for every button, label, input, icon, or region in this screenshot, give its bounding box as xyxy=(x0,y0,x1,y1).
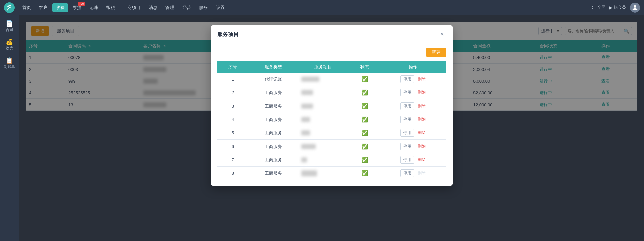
scell-item: XXXXX xyxy=(298,140,349,153)
fee-icon: 💰 xyxy=(6,39,13,45)
scell-action: 停用 删除 xyxy=(380,73,446,86)
nav-xiaoxi[interactable]: 消息 xyxy=(145,3,161,12)
service-table-row: 6 工商服务 XXXXX ✅ 停用 删除 xyxy=(217,140,446,153)
sidebar-item-shoufei[interactable]: 💰 收费 xyxy=(1,36,17,53)
scell-type: 工商服务 xyxy=(249,140,298,153)
scell-status: ✅ xyxy=(349,167,380,180)
service-header-row: 序号 服务类型 服务项目 状态 操作 xyxy=(217,61,446,73)
status-check-icon: ✅ xyxy=(361,144,368,149)
status-check-icon: ✅ xyxy=(361,90,368,95)
delete-button[interactable]: 删除 xyxy=(418,144,426,149)
scell-type: 工商服务 xyxy=(249,86,298,99)
nav-guanli[interactable]: 管理 xyxy=(162,3,178,12)
modal-overlay: 服务项目 × 新建 序号 服务类型 服务项目 状态 xyxy=(19,15,644,241)
stop-button[interactable]: 停用 xyxy=(400,75,414,83)
app-logo[interactable] xyxy=(4,2,15,13)
scell-status: ✅ xyxy=(349,113,380,126)
scell-seq: 2 xyxy=(217,86,249,99)
status-check-icon: ✅ xyxy=(361,76,368,82)
service-table: 序号 服务类型 服务项目 状态 操作 1 代理记账 XXXXX 1 ✅ 停用 删… xyxy=(217,61,446,180)
stop-button[interactable]: 停用 xyxy=(400,156,414,164)
member-button[interactable]: ▶ 畅会员 xyxy=(609,5,626,10)
sth-item: 服务项目 xyxy=(298,61,349,73)
contract-icon: 📄 xyxy=(6,21,13,27)
stop-button[interactable]: 停用 xyxy=(400,143,414,150)
scell-item: XXX xyxy=(298,113,349,126)
sth-seq: 序号 xyxy=(217,61,249,73)
scell-status: ✅ xyxy=(349,73,380,86)
scell-seq: 4 xyxy=(217,113,249,126)
fullscreen-icon: ⛶ xyxy=(592,5,596,10)
top-nav: 首页 客户 收费 票据 new 记账 报税 工商项目 消息 管理 经营 服务 设… xyxy=(0,0,644,15)
scell-item: XXX xyxy=(298,126,349,140)
stop-button[interactable]: 停用 xyxy=(400,129,414,137)
sidebar-item-duizhangdan[interactable]: 📋 对账单 xyxy=(1,55,17,72)
scell-item: XXXXX 1 xyxy=(298,73,349,86)
delete-button[interactable]: 删除 xyxy=(418,76,426,82)
avatar[interactable] xyxy=(630,3,640,13)
modal-toolbar: 新建 xyxy=(217,48,446,57)
status-check-icon: ✅ xyxy=(361,117,368,122)
scell-seq: 5 xyxy=(217,126,249,140)
nav-right: ⛶ 全屏 ▶ 畅会员 xyxy=(592,3,640,13)
nav-shezhi[interactable]: 设置 xyxy=(213,3,228,12)
new-badge: new xyxy=(78,2,85,6)
scell-action: 停用 删除 xyxy=(380,140,446,153)
stop-button[interactable]: 停用 xyxy=(400,102,414,110)
scell-item: XX 注册 xyxy=(298,167,349,180)
nav-fuwu[interactable]: 服务 xyxy=(196,3,211,12)
nav-shoufei[interactable]: 收费 xyxy=(52,3,68,12)
scell-item: XX xyxy=(298,153,349,167)
scell-item: XXXX xyxy=(298,86,349,99)
scell-status: ✅ xyxy=(349,86,380,99)
delete-button[interactable]: 删除 xyxy=(418,130,426,136)
modal-close-button[interactable]: × xyxy=(438,31,446,38)
nav-piao[interactable]: 票据 new xyxy=(69,3,85,12)
scell-type: 工商服务 xyxy=(249,167,298,180)
stop-button[interactable]: 停用 xyxy=(400,169,414,177)
modal-body: 新建 序号 服务类型 服务项目 状态 操作 xyxy=(211,42,453,186)
sidebar: 📄 合同 💰 收费 📋 对账单 xyxy=(0,15,19,241)
scell-seq: 1 xyxy=(217,73,249,86)
status-check-icon: ✅ xyxy=(361,103,368,109)
scell-type: 工商服务 xyxy=(249,153,298,167)
service-table-row: 3 工商服务 XXXX ✅ 停用 删除 xyxy=(217,99,446,113)
scell-status: ✅ xyxy=(349,153,380,167)
delete-button[interactable]: 删除 xyxy=(418,117,426,122)
sth-status: 状态 xyxy=(349,61,380,73)
scell-type: 工商服务 xyxy=(249,113,298,126)
service-table-row: 1 代理记账 XXXXX 1 ✅ 停用 删除 xyxy=(217,73,446,86)
fullscreen-button[interactable]: ⛶ 全屏 xyxy=(592,5,605,10)
nav-jingying[interactable]: 经营 xyxy=(179,3,194,12)
status-check-icon: ✅ xyxy=(361,170,368,176)
stop-button[interactable]: 停用 xyxy=(400,116,414,123)
scell-type: 工商服务 xyxy=(249,99,298,113)
modal-header: 服务项目 × xyxy=(211,25,453,42)
scell-seq: 6 xyxy=(217,140,249,153)
nav-gongshang[interactable]: 工商项目 xyxy=(120,3,144,12)
delete-button[interactable]: 删除 xyxy=(418,90,426,95)
nav-home[interactable]: 首页 xyxy=(19,3,34,12)
scell-action: 停用 删除 xyxy=(380,153,446,167)
service-table-row: 7 工商服务 XX ✅ 停用 删除 xyxy=(217,153,446,167)
content-area: 新增 服务项目 进行中 已结束 全部 🔍 xyxy=(19,15,644,241)
service-table-row: 4 工商服务 XXX ✅ 停用 删除 xyxy=(217,113,446,126)
member-icon: ▶ xyxy=(609,5,612,10)
stop-button[interactable]: 停用 xyxy=(400,89,414,96)
delete-button[interactable]: 删除 xyxy=(418,157,426,163)
statement-icon: 📋 xyxy=(6,57,13,64)
scell-seq: 7 xyxy=(217,153,249,167)
modal-new-button[interactable]: 新建 xyxy=(426,48,446,57)
status-check-icon: ✅ xyxy=(361,157,368,163)
scell-status: ✅ xyxy=(349,140,380,153)
scell-action: 停用 删除 xyxy=(380,113,446,126)
sidebar-item-hetong[interactable]: 📄 合同 xyxy=(1,18,17,35)
scell-seq: 8 xyxy=(217,167,249,180)
nav-jizhang[interactable]: 记账 xyxy=(86,3,102,12)
scell-status: ✅ xyxy=(349,126,380,140)
nav-baoshui[interactable]: 报税 xyxy=(103,3,118,12)
service-table-row: 5 工商服务 XXX ✅ 停用 删除 xyxy=(217,126,446,140)
nav-customer[interactable]: 客户 xyxy=(36,3,51,12)
delete-button[interactable]: 删除 xyxy=(418,103,426,109)
service-table-row: 8 工商服务 XX 注册 ✅ 停用 删除 xyxy=(217,167,446,180)
